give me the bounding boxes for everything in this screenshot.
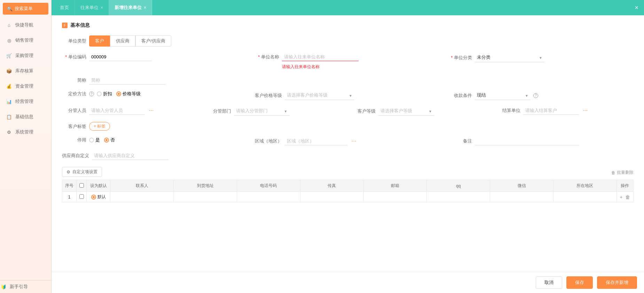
- customer-level-select[interactable]: 请选择客户等级 ▼: [378, 106, 434, 116]
- customer-tag-label: 客户标签: [62, 123, 86, 130]
- pricing-help-icon[interactable]: ?: [89, 91, 94, 96]
- row-region-input[interactable]: [556, 195, 614, 200]
- th-wechat: 微信: [490, 180, 553, 192]
- table-section: ⚙ 自定义项设置 🗑 批量删除 序号 设为默认 联系人 到货地址 电话: [62, 167, 634, 202]
- customer-tag-group: 客户标签 + 标签: [62, 122, 634, 131]
- disable-yes[interactable]: 是: [89, 137, 100, 143]
- customer-price-group: 客户价格等级 请选择客户价格等级 ▼: [255, 91, 441, 100]
- th-index: 序号: [62, 180, 77, 192]
- row-fax[interactable]: [300, 192, 363, 202]
- type-btn-supplier[interactable]: 供应商: [110, 35, 135, 47]
- th-phone: 电话号码: [237, 180, 300, 192]
- tab-bar: 首页 往来单位 × 新增往来单位 × ×: [52, 0, 644, 15]
- payment-terms-select[interactable]: 现结 ▼: [475, 91, 531, 100]
- customer-price-select[interactable]: 请选择客户价格等级 ▼: [285, 91, 354, 100]
- sidebar-item-guide[interactable]: 🔰 新手引导: [0, 280, 51, 293]
- gear-icon: ⚙: [66, 170, 70, 174]
- fax-input[interactable]: [303, 195, 361, 200]
- remark-group: 备注: [448, 137, 634, 145]
- sidebar-item-inventory[interactable]: 📦 库存核算: [0, 63, 51, 79]
- abbr-row: 简称: [62, 76, 634, 84]
- tab-partner-list-close[interactable]: ×: [101, 5, 103, 10]
- pricing-option-discount[interactable]: 折扣: [97, 91, 112, 97]
- unit-category-group: 单位分类 未分类 ▼: [448, 53, 634, 62]
- settlement-more-btn[interactable]: ···: [582, 107, 589, 114]
- abbr-input[interactable]: [89, 76, 166, 84]
- supplier-custom-input[interactable]: [92, 152, 168, 160]
- cancel-button[interactable]: 取消: [536, 276, 562, 289]
- unit-category-select-wrapper[interactable]: 未分类 ▼: [475, 53, 544, 62]
- sidebar-item-operations[interactable]: 📊 经营管理: [0, 94, 51, 109]
- add-tag-button[interactable]: + 标签: [89, 122, 110, 131]
- save-button[interactable]: 保存: [566, 276, 593, 289]
- discount-radio: [97, 91, 102, 96]
- row-default-radio[interactable]: 默认: [89, 194, 108, 200]
- pricing-option-price-level[interactable]: 价格等级: [116, 91, 141, 97]
- row-qq[interactable]: [427, 192, 490, 202]
- row-region[interactable]: [553, 192, 616, 202]
- department-placeholder: 请输入分管部门: [234, 106, 290, 116]
- type-btn-both[interactable]: 客户/供应商: [135, 35, 171, 47]
- department-select[interactable]: 请输入分管部门 ▼: [234, 106, 290, 116]
- region-input[interactable]: [285, 137, 347, 145]
- sidebar-item-basic-info[interactable]: 📋 基础信息: [0, 109, 51, 124]
- manager-input[interactable]: [89, 106, 145, 115]
- tab-new-partner[interactable]: 新增往来单位 ×: [109, 0, 152, 15]
- th-checkbox: [77, 180, 87, 192]
- payment-terms-value: 现结: [475, 91, 531, 100]
- customer-price-label: 客户价格等级: [255, 92, 282, 99]
- sidebar-item-sales[interactable]: ◎ 销售管理: [0, 33, 51, 48]
- tab-home[interactable]: 首页: [54, 0, 75, 15]
- form-page: F 基本信息 单位类型 客户 供应商 客户/供应商 单位编码 单位名称: [52, 15, 644, 272]
- region-more-btn[interactable]: ···: [350, 138, 358, 144]
- delete-row-button[interactable]: 🗑: [625, 194, 630, 200]
- table-header-row: 序号 设为默认 联系人 到货地址 电话号码 传真 邮箱 qq 微信 所在地区 操…: [62, 180, 634, 192]
- contact-input[interactable]: [112, 195, 171, 200]
- sidebar-item-finance[interactable]: 💰 资金管理: [0, 79, 51, 94]
- type-btn-customer[interactable]: 客户: [89, 35, 110, 47]
- settlement-unit-group: 结算单位 ···: [496, 106, 634, 115]
- row-email[interactable]: [363, 192, 427, 202]
- address-input[interactable]: [176, 195, 235, 200]
- default-radio: [91, 195, 96, 200]
- th-fax: 传真: [300, 180, 363, 192]
- sidebar-item-system[interactable]: ⚙ 系统管理: [0, 124, 51, 140]
- search-icon: 🔍: [7, 6, 13, 11]
- add-row-button[interactable]: +: [620, 194, 622, 200]
- phone-input[interactable]: [239, 195, 298, 200]
- remark-input[interactable]: [475, 137, 579, 145]
- unit-category-value: 未分类: [475, 53, 544, 62]
- select-all-checkbox[interactable]: [79, 183, 84, 188]
- row-select-checkbox[interactable]: [79, 194, 84, 199]
- tab-new-partner-close[interactable]: ×: [144, 5, 146, 10]
- unit-code-input[interactable]: [89, 53, 152, 61]
- row-contact[interactable]: [110, 192, 174, 202]
- price-level-radio: [116, 91, 121, 96]
- row-wechat[interactable]: [490, 192, 553, 202]
- row-address[interactable]: [174, 192, 237, 202]
- th-address: 到货地址: [174, 180, 237, 192]
- payment-terms-label: 收款条件: [448, 92, 472, 99]
- disable-label: 停用: [62, 137, 86, 143]
- save-new-button[interactable]: 保存并新增: [597, 276, 637, 289]
- settlement-unit-input[interactable]: [523, 106, 579, 115]
- sidebar-item-quick-nav[interactable]: ⌂ 快捷导航: [0, 17, 51, 33]
- manager-more-btn[interactable]: ···: [148, 107, 155, 114]
- manager-label: 分管人员: [62, 107, 86, 114]
- tab-partner-list[interactable]: 往来单位 ×: [75, 0, 109, 15]
- batch-delete-icon: 🗑: [611, 170, 615, 175]
- row-phone[interactable]: [237, 192, 300, 202]
- custom-settings-button[interactable]: ⚙ 自定义项设置: [62, 167, 102, 177]
- row-index: 1: [62, 192, 77, 202]
- sales-icon: ◎: [6, 37, 13, 44]
- disable-no[interactable]: 否: [104, 137, 115, 143]
- qq-input[interactable]: [429, 195, 488, 200]
- window-close-button[interactable]: ×: [632, 3, 641, 13]
- wechat-input[interactable]: [492, 195, 551, 200]
- unit-name-input[interactable]: [282, 53, 359, 61]
- region-label: 区域（地区）: [255, 138, 282, 144]
- email-input[interactable]: [366, 195, 425, 200]
- sidebar-item-purchase[interactable]: 🛒 采购管理: [0, 48, 51, 63]
- search-menu-button[interactable]: 🔍 搜索菜单: [3, 3, 48, 15]
- payment-help-icon[interactable]: ?: [533, 93, 538, 98]
